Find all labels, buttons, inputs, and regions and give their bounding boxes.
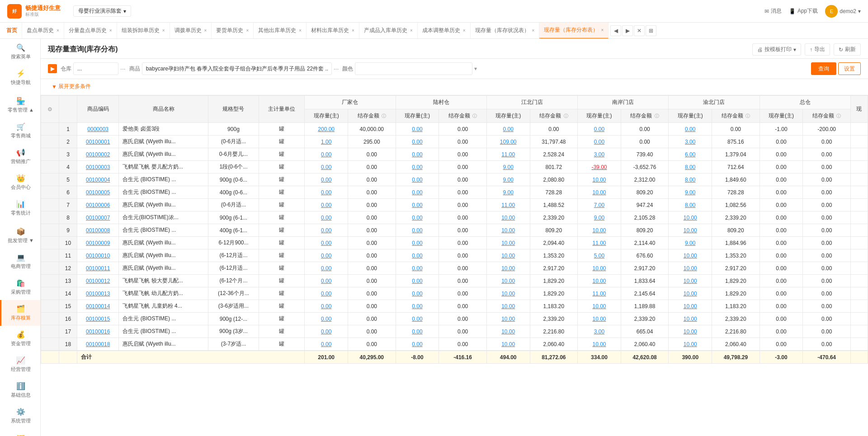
tab-close-all-btn[interactable]: ✕ [634,25,645,36]
row-lc-qty: 0.00 [396,186,439,199]
sidebar-item-finance[interactable]: 💰 资金管理 [0,326,40,352]
row-total-qty: 0.00 [760,338,803,351]
tab-close-icon[interactable]: × [204,28,207,33]
tab-close-icon[interactable]: × [352,28,354,33]
tab-material-out[interactable]: 材料出库单历史 × [307,23,359,39]
sidebar-item-search[interactable]: 🔍 搜索英单 [0,39,40,65]
row-lc-qty: 0.00 [396,211,439,224]
row-yb-qty: 10.00 [669,313,712,325]
sidebar-item-retail-stats[interactable]: 📊 零售统计 [0,195,40,221]
tab-close-icon[interactable]: × [299,28,302,33]
row-na-qty: 11.00 [578,237,621,249]
row-name: 合生元(BIOSTIME)浓... [119,211,208,224]
sidebar-item-shop[interactable]: 🛒 零售商城 [0,118,40,144]
tab-close-icon[interactable]: × [57,28,59,33]
row-yb-amt: 0.00 [712,123,760,136]
sidebar-item-wholesale[interactable]: 📦 批发管理 ▼ [0,223,40,248]
industry-selector[interactable]: 母婴行业演示陈套 ▾ [73,5,131,17]
settings-icon[interactable]: ⚙ [47,106,52,113]
sidebar-item-system[interactable]: ⚙️ 系统管理 [0,403,40,429]
row-na-amt: 2,114.40 [621,237,668,249]
sidebar-item-ecommerce[interactable]: 💻 电商管理 [0,248,40,274]
tab-assembly[interactable]: 组装拆卸单历史 × [117,23,170,39]
tab-close-icon[interactable]: × [532,28,535,33]
row-code: 00100009 [77,237,119,249]
sidebar-item-basic[interactable]: ℹ️ 基础信息 [0,377,40,403]
sidebar-item-operations[interactable]: 📈 经营管理 [0,352,40,377]
row-unit: 罐 [259,313,305,325]
sidebar-item-member[interactable]: 👑 会员中心 [0,169,40,195]
print-btn[interactable]: 🖨 按模板打印 ▾ [752,43,801,56]
chart-icon: 📊 [16,200,25,208]
sidebar-item-marketing[interactable]: 📢 营销推广 [0,144,40,169]
row-code: 00100012 [77,275,119,287]
tab-requisition[interactable]: 要货单历史 × [212,23,254,39]
row-jb-amt: 2,080.80 [530,173,577,186]
row-yb-amt: 875.16 [712,136,760,148]
tab-other-out[interactable]: 其他出库单历史 × [254,23,307,39]
row-na-qty: 10.00 [578,262,621,275]
tab-stock-distribution[interactable]: 现存量（库存分布表） × [539,23,609,39]
setting-btn[interactable]: 设置 [838,62,861,75]
user-area[interactable]: E demo2 ▾ [825,5,861,18]
row-index: 16 [59,313,77,325]
tab-partial-count[interactable]: 分量盘点单历史 × [64,23,117,39]
refresh-icon: ↻ [839,47,843,53]
warehouse-input[interactable] [73,62,118,75]
app-download-btn[interactable]: 📱 App下载 [789,7,818,15]
tab-home[interactable]: 首页 [2,23,22,39]
row-total-amt: 0.00 [803,313,850,325]
row-total-qty: 0.00 [760,325,803,338]
tab-expand-btn[interactable]: ⊞ [646,25,656,36]
tab-cost-adjust[interactable]: 成本调整单历史 × [418,23,471,39]
tab-close-icon[interactable]: × [463,28,466,33]
row-cf-amt: 0.00 [348,338,396,351]
row-current [850,325,868,338]
sidebar-item-collab[interactable]: 🤝 企业协同 [0,429,40,436]
row-jb-qty: 10.00 [486,338,530,351]
filter-toggle-btn[interactable]: ▶ [48,64,57,73]
th-jb-amt: 结存金额 ⓘ [530,109,577,123]
row-jb-qty: 10.00 [486,262,530,275]
row-lc-qty: 0.00 [396,199,439,211]
product-filter: 商品 ··· [129,62,339,75]
color-input[interactable] [355,62,472,75]
query-btn[interactable]: 查询 [811,62,836,75]
tab-close-icon[interactable]: × [246,28,249,33]
sidebar-item-purchase[interactable]: 🛍️ 采购管理 [0,274,40,300]
tab-stock-status[interactable]: 现存量（库存状况表） × [471,23,540,39]
row-na-amt: 809.20 [621,224,668,237]
refresh-btn[interactable]: ↻ 刷新 [834,43,861,56]
row-index: 5 [59,173,77,186]
chevron-down-icon: ▼ [52,84,57,90]
product-more-btn[interactable]: ··· [334,65,339,72]
row-yb-qty: 0.00 [669,123,712,136]
tab-transfer[interactable]: 调拨单历史 × [170,23,212,39]
tab-close-icon[interactable]: × [109,28,112,33]
tab-inventory-count[interactable]: 盘点单历史 × [22,23,64,39]
row-cf-amt: 0.00 [348,224,396,237]
row-total-amt: 0.00 [803,161,850,173]
row-total-amt: 0.00 [803,148,850,161]
row-jb-qty: 10.00 [486,325,530,338]
row-total-qty: 0.00 [760,148,803,161]
sidebar-item-quicknav[interactable]: ⚡ 快捷导航 [0,65,40,90]
sidebar-item-inventory[interactable]: 🗂️ 库存核算 [0,300,40,326]
row-current [850,136,868,148]
app-download-label: App下载 [797,7,818,15]
row-total-amt: 0.00 [803,249,850,262]
product-input[interactable] [142,62,332,75]
export-btn[interactable]: ↑ 导出 [805,43,830,56]
sidebar-item-retail[interactable]: 🏪 零售管理 ▲ [0,92,40,118]
tab-close-icon[interactable]: × [601,28,604,33]
tab-close-icon[interactable]: × [410,28,413,33]
message-btn[interactable]: ✉ 消息 [764,7,782,15]
table-row: 9 00100008 合生元 (BIOSTIME) ... 400g (6-1.… [41,224,868,237]
tab-prev-btn[interactable]: ◀ [610,25,621,36]
row-na-qty: 10.00 [578,224,621,237]
tab-next-btn[interactable]: ▶ [622,25,633,36]
tab-close-icon[interactable]: × [162,28,165,33]
expand-conditions-btn[interactable]: ▼ 展开更多条件 [48,81,94,92]
tab-product-in[interactable]: 产成品入库单历史 × [359,23,418,39]
warehouse-more-btn[interactable]: ··· [120,65,126,72]
